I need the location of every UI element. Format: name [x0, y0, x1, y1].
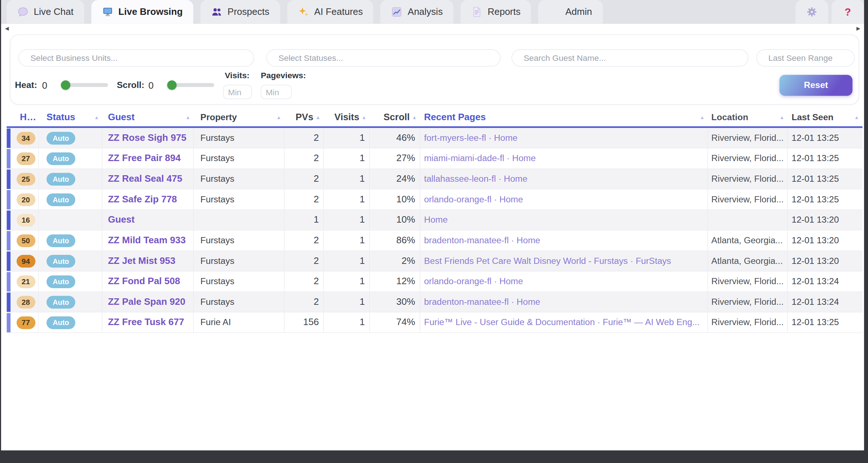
- property-cell: Furstays: [194, 292, 285, 312]
- monitor-icon: [102, 6, 113, 18]
- table-row[interactable]: 20 Auto ZZ Safe Zip 778 Furstays 2 1 10%…: [7, 189, 862, 210]
- recent-pages-link[interactable]: Home: [424, 215, 447, 225]
- scroll-left-icon[interactable]: ◀: [5, 26, 9, 31]
- guest-link[interactable]: ZZ Mild Team 933: [108, 235, 186, 246]
- last-seen-cell: 12-01 13:25: [788, 128, 863, 148]
- recent-pages-link[interactable]: miami-miami-dade-fl · Home: [424, 153, 536, 164]
- tab-analysis[interactable]: Analysis: [380, 0, 453, 24]
- guest-link[interactable]: ZZ Fond Pal 508: [108, 276, 180, 287]
- recent-pages-link[interactable]: Best Friends Pet Care Walt Disney World …: [424, 256, 671, 266]
- table-row[interactable]: 16 Guest 1 1 10% Home 12-01 13:20: [7, 210, 862, 231]
- sort-arrow-icon: ▲: [276, 115, 281, 120]
- location-cell: [708, 210, 788, 230]
- recent-pages-link[interactable]: fort-myers-lee-fl · Home: [424, 133, 518, 143]
- heat-badge: 77: [16, 316, 35, 329]
- scroll-right-icon[interactable]: ▶: [856, 26, 860, 31]
- tab-live-chat[interactable]: Live Chat: [7, 0, 84, 24]
- visits-cell: 1: [324, 312, 370, 332]
- location-cell: Riverview, Florid...: [708, 312, 788, 332]
- column-header-property[interactable]: Property ▲: [194, 109, 285, 126]
- heat-badge: 28: [16, 296, 35, 308]
- recent-pages-link[interactable]: Furie™ Live - User Guide & Documentation…: [424, 317, 699, 328]
- sort-arrow-icon: ▲: [316, 115, 321, 120]
- guest-link[interactable]: ZZ Pale Span 920: [108, 296, 185, 308]
- tab-reports[interactable]: Reports: [460, 0, 531, 24]
- table-row[interactable]: 94 Auto ZZ Jet Mist 953 Furstays 2 1 2% …: [7, 251, 862, 272]
- row-accent-bar: [7, 251, 10, 271]
- row-accent-bar: [7, 292, 10, 312]
- column-header-pvs[interactable]: PVs ▲: [285, 109, 324, 126]
- row-accent-bar: [7, 313, 10, 332]
- column-header-status[interactable]: Status ▲: [39, 109, 102, 126]
- status-badge: Auto: [47, 296, 76, 308]
- table-row[interactable]: 34 Auto ZZ Rose Sigh 975 Furstays 2 1 46…: [7, 128, 862, 149]
- recent-pages-link[interactable]: tallahassee-leon-fl · Home: [424, 174, 527, 184]
- recent-pages-link[interactable]: bradenton-manatee-fl · Home: [424, 236, 540, 246]
- guest-search-input[interactable]: [511, 49, 748, 66]
- location-cell: Riverview, Florid...: [708, 272, 788, 291]
- visits-cell: 1: [324, 292, 370, 312]
- last-seen-range-input[interactable]: [756, 49, 855, 66]
- scroll-cell: 30%: [370, 292, 420, 312]
- recent-pages-link[interactable]: bradenton-manatee-fl · Home: [424, 297, 540, 307]
- heat-badge: 21: [16, 275, 35, 288]
- status-badge: Auto: [47, 275, 76, 288]
- guest-link[interactable]: ZZ Free Tusk 677: [108, 317, 184, 328]
- tab-live-browsing[interactable]: Live Browsing: [91, 0, 193, 24]
- guest-link[interactable]: ZZ Free Pair 894: [108, 153, 180, 164]
- reset-button[interactable]: Reset: [779, 75, 852, 96]
- location-cell: Atlanta, Georgia...: [708, 251, 788, 271]
- table-row[interactable]: 27 Auto ZZ Free Pair 894 Furstays 2 1 27…: [7, 148, 862, 169]
- tab-admin[interactable]: Admin: [538, 0, 603, 24]
- guest-link[interactable]: ZZ Rose Sigh 975: [108, 132, 186, 144]
- column-header-heat[interactable]: H… ▲: [13, 109, 39, 126]
- table-row[interactable]: 28 Auto ZZ Pale Span 920 Furstays 2 1 30…: [7, 292, 862, 313]
- table-header-row: H… ▲ Status ▲ Guest ▲ Property ▲ PVs ▲ V…: [7, 109, 862, 128]
- tab-ai-features[interactable]: AI Features: [287, 0, 374, 24]
- scroll-slider[interactable]: [169, 83, 214, 87]
- pageviews-min-input[interactable]: [261, 85, 292, 99]
- location-cell: Riverview, Florid...: [708, 189, 788, 209]
- column-header-visits[interactable]: Visits ▲: [324, 109, 370, 126]
- scroll-cell: 10%: [370, 189, 420, 209]
- visits-min-input[interactable]: [223, 85, 252, 99]
- location-cell: Riverview, Florid...: [708, 169, 788, 189]
- column-header-guest[interactable]: Guest ▲: [102, 109, 194, 126]
- guest-link[interactable]: ZZ Real Seal 475: [108, 173, 182, 185]
- table-row[interactable]: 21 Auto ZZ Fond Pal 508 Furstays 2 1 12%…: [7, 272, 862, 292]
- guest-link[interactable]: Guest: [108, 214, 135, 226]
- scroll-slider-thumb[interactable]: [167, 80, 176, 90]
- table-row[interactable]: 25 Auto ZZ Real Seal 475 Furstays 2 1 24…: [7, 169, 862, 190]
- pageviews-cell: 1: [285, 210, 324, 230]
- recent-pages-link[interactable]: orlando-orange-fl · Home: [424, 194, 523, 205]
- help-button[interactable]: ?: [831, 0, 864, 24]
- scroll-cell: 24%: [370, 169, 420, 189]
- statuses-select[interactable]: [266, 49, 500, 66]
- row-accent-bar: [7, 169, 10, 189]
- property-cell: Furstays: [194, 169, 285, 189]
- heat-slider-thumb[interactable]: [61, 80, 70, 90]
- main-content: Heat: 0 Scroll: 0 Visits: Pageviews: Res…: [1, 33, 864, 450]
- last-seen-cell: 12-01 13:25: [788, 312, 863, 332]
- guest-link[interactable]: ZZ Safe Zip 778: [108, 194, 177, 205]
- guest-link[interactable]: ZZ Jet Mist 953: [108, 256, 175, 267]
- settings-button[interactable]: [795, 0, 828, 24]
- property-cell: Furstays: [194, 272, 285, 291]
- column-header-last_seen[interactable]: Last Seen ▲: [788, 109, 863, 126]
- business-units-select[interactable]: [18, 49, 254, 66]
- app-window: Live Chat Live Browsing Prospects AI Fea…: [1, 0, 864, 450]
- recent-pages-link[interactable]: orlando-orange-fl · Home: [424, 277, 523, 287]
- column-header-location[interactable]: Location ▲: [708, 109, 788, 126]
- column-header-scroll[interactable]: Scroll ▲: [370, 109, 420, 126]
- heat-badge: 16: [16, 214, 35, 226]
- property-cell: Furstays: [194, 128, 285, 148]
- tab-prospects[interactable]: Prospects: [200, 0, 280, 24]
- last-seen-cell: 12-01 13:24: [788, 292, 863, 312]
- table-body: 34 Auto ZZ Rose Sigh 975 Furstays 2 1 46…: [7, 128, 862, 333]
- column-header-pages[interactable]: Recent Pages ▲: [420, 109, 708, 126]
- heat-slider[interactable]: [63, 83, 108, 87]
- table-row[interactable]: 77 Auto ZZ Free Tusk 677 Furie AI 156 1 …: [7, 312, 862, 333]
- table-row[interactable]: 50 Auto ZZ Mild Team 933 Furstays 2 1 86…: [7, 231, 862, 251]
- help-icon: ?: [844, 6, 851, 18]
- pageviews-cell: 2: [285, 272, 324, 291]
